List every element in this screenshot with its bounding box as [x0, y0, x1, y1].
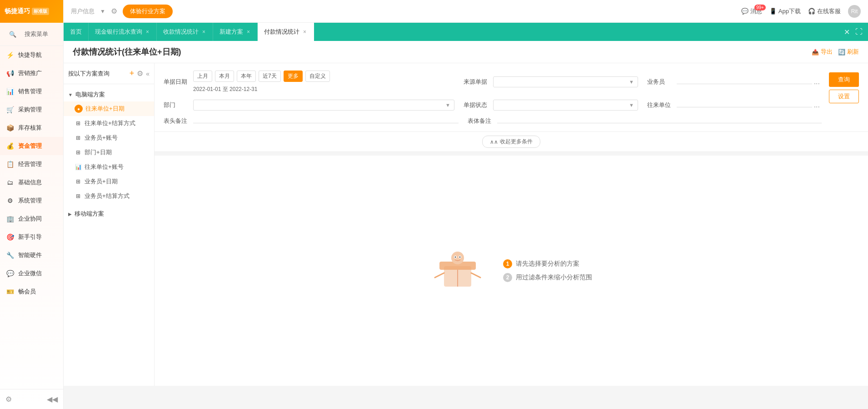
export-btn[interactable]: 📤 导出 [812, 48, 833, 56]
scheme-item-unit-account[interactable]: 📊 往来单位+账号 [64, 160, 154, 174]
mobile-scheme-header[interactable]: ▶ 移动端方案 [64, 207, 154, 221]
scheme-item-unit-payment[interactable]: ⊞ 往来单位+结算方式 [64, 116, 154, 131]
sidebar-item-label: 智能硬件 [18, 251, 42, 259]
sidebar-item-enterprise[interactable]: 🏢 企业协同 [0, 210, 63, 228]
status-select[interactable]: ▼ [493, 100, 638, 111]
status-label: 单据状态 [464, 101, 489, 109]
unit-label: 往来单位 [647, 101, 672, 109]
active-indicator: ● [75, 105, 83, 113]
sidebar-item-quick-nav[interactable]: ⚡ 快捷导航 [0, 46, 63, 64]
sidebar-settings-icon[interactable]: ⚙ [4, 393, 14, 405]
refresh-btn[interactable]: 🔄 刷新 [838, 48, 859, 56]
date-this-month-btn[interactable]: 本月 [215, 71, 234, 82]
scheme-item-salesman-date[interactable]: ⊞ 业务员+日期 [64, 174, 154, 189]
settings-btn[interactable]: 设置 [829, 90, 859, 103]
scheme-item-label: 业务员+结算方式 [85, 192, 130, 200]
sidebar-item-purchase[interactable]: 🛒 采购管理 [0, 101, 63, 119]
sidebar-item-wechat[interactable]: 💬 企业微信 [0, 264, 63, 283]
purchase-icon: 🛒 [5, 105, 15, 114]
search-label: 搜索菜单 [22, 28, 51, 40]
tab-home-label: 首页 [70, 28, 82, 36]
system-icon: ⚙ [5, 196, 15, 205]
avatar[interactable]: Rit [848, 5, 861, 18]
sales-icon: 📊 [5, 87, 15, 96]
sidebar-item-sales[interactable]: 📊 销售管理 [0, 82, 63, 101]
sidebar-logo: 畅捷通巧 标准版 [0, 0, 63, 23]
topbar: 用户信息 ▼ ⚙ 体验行业方案 💬 消息 99+ 📱 App下载 🎧 在线客服 … [64, 0, 868, 23]
enterprise-icon: 🏢 [5, 214, 15, 223]
sidebar-item-basic-info[interactable]: 🗂 基础信息 [0, 173, 63, 192]
collapse-conditions-btn[interactable]: ∧∧ 收起更多条件 [482, 136, 540, 148]
collapse-label: 收起更多条件 [500, 138, 533, 146]
mobile-label: 移动端方案 [75, 210, 104, 218]
tab-new-close[interactable]: × [246, 28, 251, 36]
sidebar-item-label: 采购管理 [18, 106, 42, 114]
headset-icon: 🎧 [808, 8, 815, 15]
app-download-label: App下载 [778, 7, 801, 15]
date-this-year-btn[interactable]: 本年 [237, 71, 256, 82]
tab-fullscreen-icon[interactable]: ⛶ [855, 28, 863, 36]
query-btn[interactable]: 查询 [829, 72, 859, 87]
scheme-item-dept-date[interactable]: ⊞ 部门+日期 [64, 145, 154, 160]
svg-point-6 [455, 257, 456, 258]
sidebar-item-hardware[interactable]: 🔧 智能硬件 [0, 246, 63, 264]
date-custom-btn[interactable]: 自定义 [305, 71, 330, 82]
scheme-collapse-btn[interactable]: « [146, 70, 150, 77]
sidebar-collapse-icon[interactable]: ◀◀ [45, 393, 60, 405]
online-service-btn[interactable]: 🎧 在线客服 [808, 7, 841, 15]
sidebar: 畅捷通巧 标准版 🔍 搜索菜单 ⚡ 快捷导航 📢 营销推广 📊 销售管理 🛒 采… [0, 0, 64, 409]
tab-receipts[interactable]: 收款情况统计 × [157, 23, 213, 41]
dept-select[interactable]: ▼ [193, 100, 454, 111]
scheme-desktop-header[interactable]: ▼ 电脑端方案 [64, 88, 154, 101]
tab-close-all-icon[interactable]: ✕ [844, 28, 850, 36]
source-label: 来源单据 [464, 78, 489, 86]
scheme-item-salesman-account[interactable]: ⊞ 业务员+账号 [64, 131, 154, 145]
sidebar-item-operations[interactable]: 📋 经营管理 [0, 155, 63, 173]
date-last-month-btn[interactable]: 上月 [193, 71, 212, 82]
source-select[interactable]: ▼ [493, 76, 638, 87]
app-download-btn[interactable]: 📱 App下载 [769, 7, 801, 15]
sidebar-item-vip[interactable]: 🎫 畅会员 [0, 283, 63, 301]
filter-row-1: 单据日期 上月 本月 本年 近7天 更多 自定义 [164, 71, 822, 93]
scheme-item-unit-date[interactable]: ● 往来单位+日期 [64, 101, 154, 116]
filter-date-item: 单据日期 上月 本月 本年 近7天 更多 自定义 [164, 71, 454, 93]
search-icon: 🔍 [6, 29, 19, 40]
scheme-item-label: 往来单位+结算方式 [85, 119, 135, 127]
tab-home[interactable]: 首页 [64, 23, 89, 41]
scheme-item-salesman-payment[interactable]: ⊞ 业务员+结算方式 [64, 189, 154, 203]
sidebar-search-section[interactable]: 🔍 搜索菜单 [0, 23, 63, 46]
tab-new[interactable]: 新建方案 × [213, 23, 258, 41]
filter-rows-main: 单据日期 上月 本月 本年 近7天 更多 自定义 [164, 71, 822, 131]
tab-bank-close[interactable]: × [145, 28, 150, 36]
sidebar-item-inventory[interactable]: 📦 库存核算 [0, 119, 63, 137]
scheme-add-btn[interactable]: + [130, 69, 135, 78]
search-menu-btn[interactable]: 🔍 搜索菜单 [4, 26, 60, 42]
sidebar-item-label: 营销推广 [18, 69, 42, 77]
svg-line-9 [471, 273, 480, 278]
tab-receipts-close[interactable]: × [201, 28, 206, 36]
scheme-settings-btn[interactable]: ⚙ [137, 69, 143, 78]
tab-payments-close[interactable]: × [302, 28, 307, 36]
messages-btn[interactable]: 💬 消息 99+ [741, 7, 762, 15]
date-last7-btn[interactable]: 近7天 [259, 71, 281, 82]
mobile-icon: 📱 [769, 8, 777, 15]
sidebar-item-marketing[interactable]: 📢 营销推广 [0, 64, 63, 82]
desktop-label: 电脑端方案 [75, 91, 105, 99]
filter-row-3: 表头备注 表体备注 [164, 117, 822, 125]
topbar-gear-icon[interactable]: ⚙ [111, 7, 117, 15]
salesman-dots-btn[interactable]: ... [812, 78, 822, 86]
content-body: 按以下方案查询 + ⚙ « ▼ 电脑端方案 ● 往来单位+日期 [64, 63, 868, 386]
industry-btn[interactable]: 体验行业方案 [123, 5, 173, 18]
sidebar-item-guide[interactable]: 🎯 新手引导 [0, 228, 63, 246]
chart-icon: 📊 [75, 163, 82, 171]
sidebar-item-finance[interactable]: 💰 资金管理 [0, 137, 63, 155]
topbar-dropdown-icon[interactable]: ▼ [100, 8, 105, 15]
date-more-btn[interactable]: 更多 [284, 71, 303, 82]
tab-bank[interactable]: 现金银行流水查询 × [89, 23, 157, 41]
tab-payments[interactable]: 付款情况统计 × [258, 23, 314, 41]
sidebar-item-system[interactable]: ⚙ 系统管理 [0, 192, 63, 210]
scheme-item-label: 部门+日期 [85, 148, 112, 157]
table-icon: ⊞ [75, 120, 82, 127]
scheme-item-label: 业务员+日期 [85, 177, 118, 186]
unit-dots-btn[interactable]: ... [812, 101, 822, 109]
